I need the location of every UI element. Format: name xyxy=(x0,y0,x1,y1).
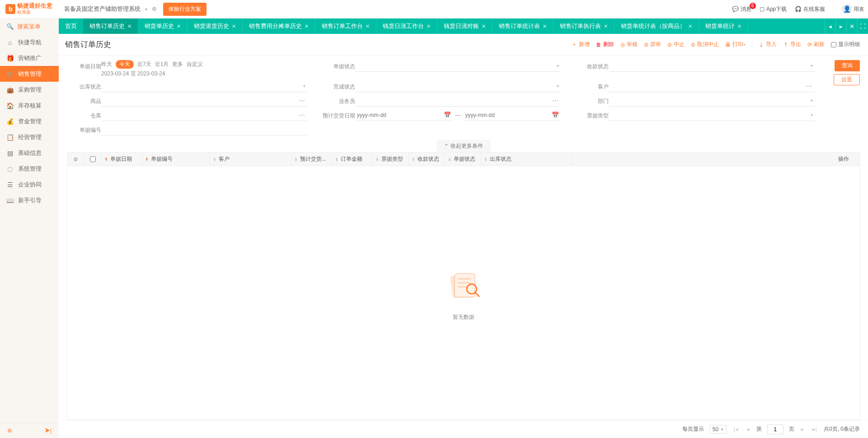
tabs-fullscreen[interactable]: ⛶ xyxy=(857,19,868,34)
query-button[interactable]: 查询 xyxy=(835,60,860,71)
tab[interactable]: 销货退货历史✕ xyxy=(188,19,243,34)
cancel-stop-button[interactable]: ⊘取消中止 xyxy=(691,41,719,48)
per-page-select[interactable]: 50 ▾ xyxy=(709,425,727,434)
collapse-filters-button[interactable]: ⌃ 收起更多条件 xyxy=(436,140,491,152)
page-next-button[interactable]: ▸ xyxy=(800,426,806,433)
out-status-select[interactable]: ▾ xyxy=(101,80,307,92)
page-last-button[interactable]: ▸| xyxy=(811,426,818,433)
close-icon[interactable]: ✕ xyxy=(604,23,608,29)
audit-button[interactable]: ◎审核 xyxy=(620,41,638,48)
close-icon[interactable]: ✕ xyxy=(232,23,236,29)
table-settings-icon[interactable]: ⚙ xyxy=(67,153,84,166)
tab[interactable]: 首页 xyxy=(59,19,83,34)
doc-status-select[interactable]: ▾ xyxy=(355,60,561,72)
close-icon[interactable]: ✕ xyxy=(427,23,431,29)
close-icon[interactable]: ✕ xyxy=(177,23,181,29)
close-icon[interactable]: ✕ xyxy=(366,23,370,29)
finish-status-select[interactable]: ▾ xyxy=(355,80,561,92)
sidebar-item[interactable]: 🏠库存核算 xyxy=(0,98,59,113)
experience-button[interactable]: 体验行业方案 xyxy=(163,3,206,16)
tabs-scroll-left[interactable]: ◂ xyxy=(825,19,835,34)
new-button[interactable]: ＋新增 xyxy=(572,41,590,48)
tab[interactable]: 销货单统计表（按商品）✕ xyxy=(615,19,699,34)
table-column-header[interactable]: ▲▼订单金额 xyxy=(332,153,373,166)
messages-link[interactable]: 💬 消息 6 xyxy=(732,5,751,13)
gear-icon[interactable]: ⚙ xyxy=(152,6,157,12)
tab[interactable]: 钱货日清对账✕ xyxy=(437,19,493,34)
table-column-header[interactable]: ▲▼客户 xyxy=(210,153,291,166)
tab[interactable]: 销售费用分摊单历史✕ xyxy=(243,19,315,34)
tab[interactable]: 销售订单历史✕ xyxy=(83,19,138,34)
close-icon[interactable]: ✕ xyxy=(543,23,547,29)
expect-date-to[interactable]: 📅 xyxy=(464,109,561,121)
date-chip[interactable]: 更多 xyxy=(172,61,183,68)
sidebar-item[interactable]: ◌系统管理 xyxy=(0,161,59,177)
table-column-header[interactable]: ▲▼单据编号 xyxy=(142,153,210,166)
tab[interactable]: 销货单统计✕ xyxy=(699,19,748,34)
tabs-scroll-right[interactable]: ▸ xyxy=(835,19,846,34)
close-icon[interactable]: ✕ xyxy=(127,23,131,29)
sidebar-item[interactable]: 💰资金管理 xyxy=(0,113,59,129)
date-chip[interactable]: 昨天 xyxy=(101,61,112,68)
warehouse-picker[interactable]: ⋯ xyxy=(101,109,307,121)
invoice-type-select[interactable]: ▾ xyxy=(609,109,815,121)
date-chip[interactable]: 今天 xyxy=(116,60,134,69)
table-column-header[interactable]: ▲▼预计交货... xyxy=(291,153,332,166)
table-column-header[interactable]: ▲▼单据状态 xyxy=(445,153,481,166)
stop-button[interactable]: ⊘中止 xyxy=(667,41,685,48)
online-service-link[interactable]: 🎧 在线客服 xyxy=(795,5,825,13)
close-icon[interactable]: ✕ xyxy=(688,23,692,29)
export-button[interactable]: ⭱导出 xyxy=(783,41,801,48)
tabs-close-all[interactable]: ✕ xyxy=(846,19,857,34)
collapse-sidebar-icon[interactable]: ⮞| xyxy=(45,428,52,434)
product-picker[interactable]: ⋯ xyxy=(101,95,307,107)
delete-button[interactable]: 🗑删除 xyxy=(596,41,614,48)
sidebar-item-icon: ▤ xyxy=(6,149,14,157)
date-chip[interactable]: 近7天 xyxy=(137,61,151,68)
page-number-input[interactable] xyxy=(767,424,784,434)
customer-picker[interactable]: ⋯ xyxy=(609,80,815,92)
expect-date-from[interactable]: 📅 xyxy=(355,109,453,121)
salesman-picker[interactable]: ⋯ xyxy=(355,95,561,107)
page-first-button[interactable]: |◂ xyxy=(732,426,739,433)
app-download-link[interactable]: ▢ App下载 xyxy=(760,5,787,13)
sidebar-item[interactable]: 📋经营管理 xyxy=(0,129,59,145)
tab[interactable]: 销售订单执行表✕ xyxy=(554,19,615,34)
tab[interactable]: 钱货日清工作台✕ xyxy=(376,19,437,34)
import-button[interactable]: ⭳导入 xyxy=(759,41,777,48)
tab[interactable]: 销售订单统计表✕ xyxy=(493,19,554,34)
sidebar-item[interactable]: ⌂快捷导航 xyxy=(0,34,59,50)
user-menu[interactable]: 👤 用友 xyxy=(842,4,864,14)
sidebar-item[interactable]: 👜采购管理 xyxy=(0,82,59,98)
sidebar-item[interactable]: ▤基础信息 xyxy=(0,145,59,161)
table-column-header[interactable]: ▲▼出库状态 xyxy=(481,153,572,166)
tab[interactable]: 销货单历史✕ xyxy=(138,19,188,34)
close-icon[interactable]: ✕ xyxy=(305,23,309,29)
search-menu[interactable]: 🔍 搜索菜单 xyxy=(0,19,59,34)
page-prev-button[interactable]: ◂ xyxy=(745,426,751,433)
select-all-checkbox[interactable] xyxy=(84,153,102,166)
sidebar-item[interactable]: 📖新手引导 xyxy=(0,192,59,208)
date-chip[interactable]: 自定义 xyxy=(187,61,203,68)
sidebar-item[interactable]: ☰企业协同 xyxy=(0,177,59,192)
receipt-status-select[interactable]: ▾ xyxy=(609,60,815,72)
sidebar-item[interactable]: 🎁营销推广 xyxy=(0,50,59,66)
table-column-header[interactable]: ▲▼单据日期 xyxy=(102,153,142,166)
refresh-button[interactable]: ⟳刷新 xyxy=(807,41,825,48)
close-icon[interactable]: ✕ xyxy=(737,23,741,29)
close-icon[interactable]: ✕ xyxy=(482,23,486,29)
table-column-header[interactable]: ▲▼票据类型 xyxy=(373,153,409,166)
tab[interactable]: 销售订单工作台✕ xyxy=(315,19,376,34)
dept-select[interactable]: ▾ xyxy=(609,95,815,107)
settings-button[interactable]: 设置 xyxy=(834,74,860,85)
sidebar-item[interactable]: 🛒销售管理 xyxy=(0,66,59,82)
abandon-button[interactable]: ⊘弃审 xyxy=(644,41,661,48)
sidebar-item-icon: ◌ xyxy=(6,165,14,172)
doc-no-input[interactable] xyxy=(101,124,307,135)
system-selector[interactable]: 装备及固定资产辅助管理系统 ▾ xyxy=(64,5,152,13)
gear-icon[interactable]: ⚙ xyxy=(7,428,12,434)
date-chip[interactable]: 近1月 xyxy=(155,61,169,68)
print-button[interactable]: 🖶打印 ▾ xyxy=(725,41,746,48)
show-detail-checkbox[interactable]: 显示明细 xyxy=(831,41,860,48)
table-column-header[interactable]: ▲▼收款状态 xyxy=(409,153,445,166)
